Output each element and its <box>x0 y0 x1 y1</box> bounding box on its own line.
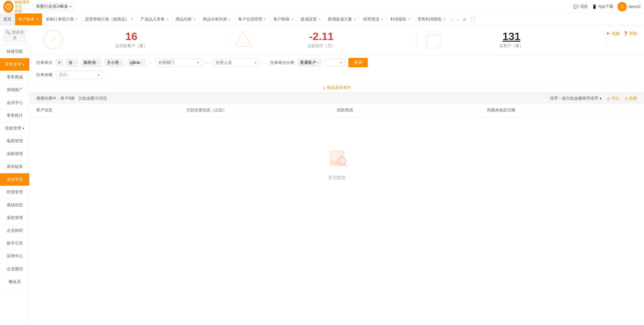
close-tab-icon[interactable]: ✕ <box>353 17 356 21</box>
account-selector[interactable]: 母婴行业演示帐套 ▾ <box>33 3 75 10</box>
filter-tag-all[interactable]: × <box>56 59 63 66</box>
selector-arrow-icon: ▾ <box>70 4 72 9</box>
sidebar: 🔍 搜索菜单 快捷导航 零售管理 ▾ 零售商城 营销推广 会员中心 零售统计 批… <box>0 26 30 325</box>
close-tab-icon[interactable]: ✕ <box>381 17 383 21</box>
result-summary: 搜索结果中，客户0家 <box>36 96 75 101</box>
sidebar-item-enterprise-wechat[interactable]: 企业微信 <box>0 263 29 276</box>
stat-debt-total-value: -2.11 <box>309 31 334 42</box>
sidebar-item-retail-stats[interactable]: 零售统计 <box>0 109 29 122</box>
close-tab-icon[interactable]: ✕ <box>36 17 39 21</box>
tab-business-status[interactable]: 经营情况 ✕ <box>360 13 387 25</box>
sidebar-item-inventory[interactable]: 库存核算 <box>0 160 29 173</box>
tab-goods-analysis-list[interactable]: 商品分析列表 ✕ <box>200 13 235 25</box>
tab-profit-report[interactable]: 利润报告 ✕ <box>387 13 414 25</box>
dept-select[interactable]: 分管部门 ▾ <box>155 59 202 67</box>
tab-purchase-order-stats[interactable]: 采购订单统计表 ✕ <box>42 13 82 25</box>
main-layout: 🔍 搜索菜单 快捷导航 零售管理 ▾ 零售商城 营销推广 会员中心 零售统计 批… <box>0 26 644 325</box>
tab-customer-tier[interactable]: 客户分层经营 ✕ <box>235 13 270 25</box>
category-select[interactable]: ▾ <box>325 59 345 66</box>
close-tab-icon[interactable]: ✕ <box>291 17 294 21</box>
filter-tag-normal-customer[interactable]: 普通客户 × <box>298 59 321 67</box>
sidebar-item-finance[interactable]: 资金管理 <box>0 173 29 186</box>
empty-text: 暂无数据 <box>328 175 346 181</box>
filter-tag-chen[interactable]: 陈民强 × <box>81 59 101 67</box>
balance-select[interactable]: 选择... ▾ <box>56 71 103 79</box>
tab-retail-profit[interactable]: 零售利润报告 ✕ <box>414 13 449 25</box>
stat-total-customers-value: 131 <box>503 31 520 42</box>
search-menu-input[interactable]: 🔍 搜索菜单 <box>3 28 27 42</box>
dept-more-icon[interactable]: ··· <box>206 60 209 65</box>
tab-customer-contact[interactable]: 客户联络 ✕ <box>270 13 297 25</box>
col-header-customer: 客户信息 <box>36 107 186 113</box>
tab-goods-analysis[interactable]: 商品分析 ✕ <box>172 13 200 25</box>
logo-area: ¥ 畅捷通好生意 标版 <box>3 0 33 13</box>
sidebar-item-purchase[interactable]: 采购管理 <box>0 148 29 160</box>
sidebar-item-retail-management[interactable]: 零售管理 ▾ <box>0 58 29 71</box>
tab-scroll-right[interactable]: › <box>455 13 461 25</box>
col-header-date: 到期未收款日期 <box>487 107 637 113</box>
search-button[interactable]: 查询 <box>348 58 368 67</box>
sidebar-search-area[interactable]: 🔍 搜索菜单 <box>0 26 29 45</box>
remove-tag-chen[interactable]: × <box>97 61 99 65</box>
tab-product-inbound[interactable]: 产成品入库单 ✕ <box>137 13 172 25</box>
person-select[interactable]: 分管人员 ▾ <box>213 59 260 67</box>
close-tab-icon[interactable]: ✕ <box>166 17 169 21</box>
tab-customer-ledger[interactable]: 客户账本 ✕ <box>15 13 42 25</box>
tab-home[interactable]: 首页 <box>0 13 15 25</box>
message-btn[interactable]: 💬 消息 <box>573 4 588 9</box>
close-tab-icon[interactable]: ✕ <box>228 17 231 21</box>
export-btn[interactable]: ⊙ 导出 <box>607 96 619 101</box>
sidebar-item-member[interactable]: 畅会员 <box>0 276 29 288</box>
user-menu[interactable]: D demo2 <box>617 2 641 11</box>
money-icon: ¥ <box>43 29 63 50</box>
sidebar-item-retail-mall[interactable]: 零售商城 <box>0 71 29 84</box>
sort-select[interactable]: 排序：按欠款金额倒序排序 ▾ <box>550 96 602 101</box>
result-actions: 排序：按欠款金额倒序排序 ▾ ⊙ 导出 ⊙ 刷新 <box>550 96 637 101</box>
tab-close-all[interactable]: ✕ <box>461 13 469 25</box>
sidebar-item-enterprise-collab[interactable]: 企业协同 <box>0 224 29 237</box>
tab-add-commission-plan[interactable]: 新增提成方案 ✕ <box>325 13 360 25</box>
video-btn[interactable]: ▶ 视频 <box>606 31 619 37</box>
chevron-icon: ▾ <box>23 63 24 66</box>
refresh-btn[interactable]: ⊙ 刷新 <box>625 96 637 101</box>
collapse-filter-btn[interactable]: ∧ 收起更多条件 <box>36 82 637 93</box>
quick-nav-item[interactable]: 快捷导航 <box>0 47 29 57</box>
svg-text:¥: ¥ <box>51 35 55 44</box>
sort-arrow-icon: ▾ <box>600 96 602 101</box>
filter-tag-wu[interactable]: 伍 × <box>66 59 78 67</box>
empty-state: 暂无数据 <box>30 117 644 208</box>
tab-fullscreen[interactable]: ⛶ <box>469 13 477 25</box>
sidebar-item-app-center[interactable]: 应用中心 <box>0 250 29 263</box>
close-tab-icon[interactable]: ✕ <box>131 17 133 21</box>
close-tab-icon[interactable]: ✕ <box>75 17 78 21</box>
help-btn[interactable]: ❓ 帮助 <box>623 31 637 37</box>
tab-scroll-left[interactable]: ‹ <box>449 13 455 25</box>
sidebar-item-wholesale[interactable]: 批发管理 ▾ <box>0 122 29 135</box>
sidebar-item-system[interactable]: 系统管理 <box>0 212 29 224</box>
sidebar-item-beginner-guide[interactable]: 新手引导 <box>0 237 29 250</box>
sidebar-item-member-center[interactable]: 会员中心 <box>0 97 29 109</box>
sidebar-item-operations[interactable]: 经营管理 <box>0 186 29 199</box>
tab-commission-settings[interactable]: 提成设置 ✕ <box>297 13 325 25</box>
person-more-icon[interactable]: ··· <box>263 60 267 65</box>
sidebar-item-ecommerce[interactable]: 电商管理 <box>0 135 29 148</box>
svg-rect-8 <box>434 31 438 36</box>
filter-more-icon[interactable]: ··· <box>148 60 152 65</box>
close-tab-icon[interactable]: ✕ <box>264 17 266 21</box>
result-amount: 欠款金额 0.00元 <box>78 96 108 101</box>
quick-nav[interactable]: 快捷导航 <box>0 45 29 58</box>
tab-goods-stats[interactable]: 进货单统计表（按商品） ✕ <box>82 13 137 25</box>
filter-tag-cjttcw[interactable]: cjttcw × <box>128 59 145 66</box>
close-tab-icon[interactable]: ✕ <box>408 17 411 21</box>
close-tab-icon[interactable]: ✕ <box>193 17 196 21</box>
remove-tag-normal[interactable]: × <box>317 61 319 65</box>
filter-tag-wang[interactable]: 王小亮 × <box>104 59 124 67</box>
remove-tag-cjttcw[interactable]: × <box>141 61 143 65</box>
remove-tag-wu[interactable]: × <box>74 61 76 65</box>
sidebar-item-marketing[interactable]: 营销推广 <box>0 84 29 97</box>
app-download-btn[interactable]: 📱 App下载 <box>592 4 613 9</box>
sidebar-item-basic-info[interactable]: 基础信息 <box>0 199 29 212</box>
remove-tag-wang[interactable]: × <box>120 61 122 65</box>
close-tab-icon[interactable]: ✕ <box>318 17 321 21</box>
close-tab-icon[interactable]: ✕ <box>443 17 446 21</box>
